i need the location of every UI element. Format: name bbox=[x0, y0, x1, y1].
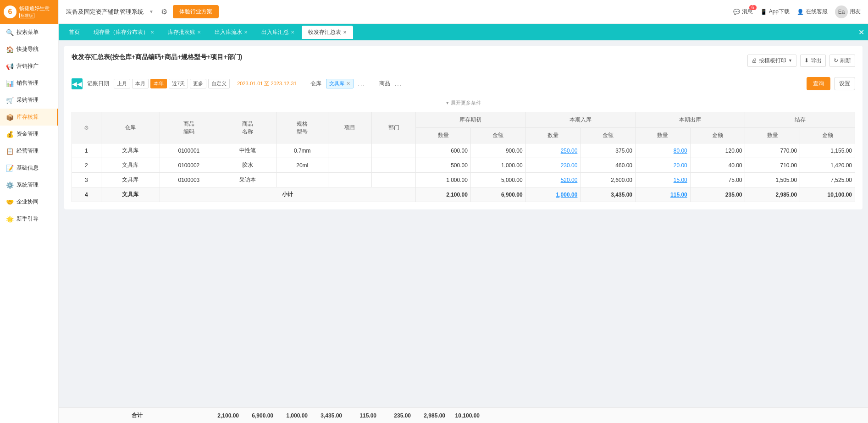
total-opening-amt: 6,900.00 bbox=[243, 412, 277, 419]
sidebar-item-label: 经营管理 bbox=[17, 147, 39, 155]
sidebar: 6 畅捷通好生意 标准版 🔍 搜索菜单 🏠 快捷导航 📢 营销推广 📊 销售管理… bbox=[0, 0, 59, 423]
date-label: 记账日期 bbox=[87, 80, 109, 88]
date-btn-more[interactable]: 更多 bbox=[190, 79, 206, 88]
subtotal-opening-qty: 2,100.00 bbox=[416, 187, 471, 202]
date-btn-7days[interactable]: 近7天 bbox=[169, 79, 188, 88]
row3-balance-amt: 7,525.00 bbox=[800, 173, 855, 187]
goods-more-dots[interactable]: ... bbox=[395, 81, 402, 87]
row2-name: 胶水 bbox=[218, 158, 277, 173]
sidebar-item-enterprise[interactable]: 🤝 企业协同 bbox=[0, 193, 58, 210]
row1-balance-qty: 770.00 bbox=[745, 143, 800, 158]
th-project: 项目 bbox=[328, 112, 372, 143]
tab-close-icon[interactable]: ✕ bbox=[150, 30, 154, 35]
app-download-label: App下载 bbox=[769, 8, 790, 16]
top-header: 装备及固定资产辅助管理系统 ▼ ⚙ 体验行业方案 💬 消息 6 📱 App下载 … bbox=[59, 0, 868, 24]
subtotal-out-qty[interactable]: 115.00 bbox=[636, 187, 691, 202]
row1-code: 0100001 bbox=[160, 143, 218, 158]
date-range: 2023-01-01 至 2023-12-31 bbox=[237, 80, 297, 87]
inventory-icon: 📦 bbox=[6, 114, 14, 121]
tab-close-icon[interactable]: ✕ bbox=[343, 30, 347, 35]
expand-conditions-button[interactable]: ▾ 展开更多条件 bbox=[446, 99, 481, 106]
close-all-tabs-button[interactable]: ✕ bbox=[858, 28, 864, 37]
row1-spec: 0.7mm bbox=[276, 143, 328, 158]
tab-batch-ledger-label: 库存批次账 bbox=[168, 28, 195, 36]
sidebar-item-label: 基础信息 bbox=[17, 164, 39, 172]
tab-home[interactable]: 首页 bbox=[62, 26, 86, 39]
chevron-down-icon: ▾ bbox=[446, 100, 449, 106]
row2-out-qty[interactable]: 20.00 bbox=[636, 158, 691, 173]
sidebar-item-finance[interactable]: 💰 资金管理 bbox=[0, 126, 58, 143]
tab-close-icon[interactable]: ✕ bbox=[197, 30, 201, 35]
row3-in-qty[interactable]: 520.00 bbox=[525, 173, 581, 187]
sidebar-item-search[interactable]: 🔍 搜索菜单 bbox=[0, 24, 58, 41]
expand-bar: ▾ 展开更多条件 bbox=[72, 98, 855, 108]
sidebar-item-quick-nav[interactable]: 🏠 快捷导航 bbox=[0, 41, 58, 58]
online-service-item[interactable]: 👤 在线客服 bbox=[797, 8, 828, 16]
sidebar-item-marketing[interactable]: 📢 营销推广 bbox=[0, 58, 58, 75]
row3-out-qty[interactable]: 15.00 bbox=[636, 173, 691, 187]
row3-dept bbox=[372, 173, 416, 187]
table-settings-icon[interactable]: ⚙ bbox=[84, 125, 89, 131]
query-button[interactable]: 查询 bbox=[807, 77, 830, 90]
app-download-item[interactable]: 📱 App下载 bbox=[760, 8, 790, 16]
tab-close-icon[interactable]: ✕ bbox=[291, 30, 294, 35]
enterprise-icon: 🤝 bbox=[6, 198, 14, 206]
row2-in-qty[interactable]: 230.00 bbox=[525, 158, 581, 173]
tab-collect-summary[interactable]: 收发存汇总表 ✕ bbox=[302, 26, 353, 39]
export-button[interactable]: ⬇ 导出 bbox=[800, 55, 826, 67]
tab-close-icon[interactable]: ✕ bbox=[244, 30, 248, 35]
row3-in-amt: 2,600.00 bbox=[581, 173, 636, 187]
print-button[interactable]: 🖨 按模板打印 ▼ bbox=[747, 55, 796, 67]
finance-icon: 💰 bbox=[6, 131, 14, 138]
home-icon: 🏠 bbox=[6, 46, 14, 53]
row1-out-qty[interactable]: 80.00 bbox=[636, 143, 691, 158]
gear-icon[interactable]: ⚙ bbox=[161, 7, 167, 16]
online-service-label: 在线客服 bbox=[806, 8, 828, 16]
tab-inout-summary-label: 出入库汇总 bbox=[261, 28, 289, 36]
date-btn-this-month[interactable]: 本月 bbox=[132, 79, 149, 88]
sidebar-item-system[interactable]: ⚙️ 系统管理 bbox=[0, 176, 58, 193]
purchase-icon: 🛒 bbox=[6, 97, 14, 104]
tab-batch-ledger[interactable]: 库存批次账 ✕ bbox=[161, 26, 207, 39]
chevron-down-icon: ▼ bbox=[788, 58, 792, 63]
sidebar-item-label: 快捷导航 bbox=[17, 45, 39, 53]
sidebar-item-sales[interactable]: 📊 销售管理 bbox=[0, 75, 58, 92]
row2-project bbox=[328, 158, 372, 173]
tab-inout-summary[interactable]: 出入库汇总 ✕ bbox=[255, 26, 301, 39]
sidebar-item-purchase[interactable]: 🛒 采购管理 bbox=[0, 92, 58, 109]
warehouse-tag-text: 文具库 bbox=[329, 80, 344, 87]
row3-project bbox=[328, 173, 372, 187]
experience-button[interactable]: 体验行业方案 bbox=[173, 5, 219, 18]
guide-icon: 🌟 bbox=[6, 215, 14, 223]
date-btn-custom[interactable]: 自定义 bbox=[208, 79, 230, 88]
warehouse-more-dots[interactable]: ... bbox=[358, 81, 365, 87]
filter-collapse-button[interactable]: ◀◀ bbox=[72, 78, 83, 89]
th-group-balance: 结存 bbox=[745, 112, 855, 128]
date-btn-last-month[interactable]: 上月 bbox=[114, 79, 130, 88]
th-opening-amt: 金额 bbox=[470, 128, 525, 143]
filter-settings-button[interactable]: 设置 bbox=[834, 77, 855, 90]
user-item[interactable]: Ea 用友 bbox=[835, 5, 861, 18]
table-row: 3 文具库 0100003 采访本 1,000.00 5,000.00 520.… bbox=[72, 173, 855, 187]
tab-inventory-dist[interactable]: 现存量（库存分布表） ✕ bbox=[87, 26, 160, 39]
row1-name: 中性笔 bbox=[218, 143, 277, 158]
refresh-button[interactable]: ↻ 刷新 bbox=[829, 55, 855, 67]
sidebar-item-label: 销售管理 bbox=[17, 79, 39, 87]
basic-icon: 📝 bbox=[6, 165, 14, 172]
message-item[interactable]: 💬 消息 6 bbox=[733, 8, 753, 16]
sidebar-item-guide[interactable]: 🌟 新手引导 bbox=[0, 210, 58, 227]
row1-in-qty[interactable]: 250.00 bbox=[525, 143, 581, 158]
subtotal-opening-amt: 6,900.00 bbox=[470, 187, 525, 202]
date-btn-this-year[interactable]: 本年 bbox=[150, 79, 167, 88]
th-balance-qty: 数量 bbox=[745, 128, 800, 143]
subtotal-balance-qty: 2,985.00 bbox=[745, 187, 800, 202]
sidebar-item-basic[interactable]: 📝 基础信息 bbox=[0, 159, 58, 176]
th-out-amt: 金额 bbox=[690, 128, 745, 143]
sidebar-item-operations[interactable]: 📋 经营管理 bbox=[0, 143, 58, 159]
sidebar-item-label: 新手引导 bbox=[17, 215, 39, 223]
tab-inout-flow[interactable]: 出入库流水 ✕ bbox=[208, 26, 254, 39]
subtotal-in-qty[interactable]: 1,000.00 bbox=[525, 187, 581, 202]
warehouse-tag-close[interactable]: ✕ bbox=[346, 81, 350, 87]
subtotal-balance-amt: 10,100.00 bbox=[800, 187, 855, 202]
sidebar-item-inventory[interactable]: 📦 库存核算 bbox=[0, 109, 58, 126]
